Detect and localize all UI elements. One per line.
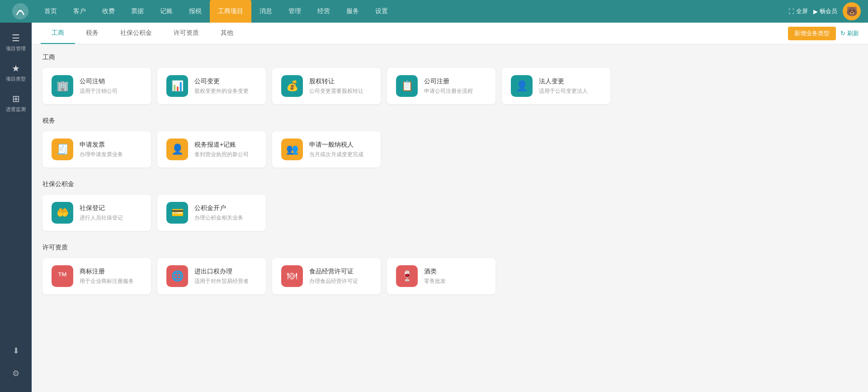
nav-item-收费[interactable]: 收费 [94,0,123,23]
card-title-1-2: 申请一般纳税人 [309,141,363,149]
nav-item-报税[interactable]: 报税 [181,0,210,23]
card-desc-3-0: 用于企业商标注册服务 [80,277,134,285]
card-icon-0-3: 📋 [396,75,418,97]
card-icon-3-0: ™ [52,265,73,287]
card-info-1-0: 申请发票办理申请发票业务 [80,141,123,158]
service-card-3-3[interactable]: 🍷酒类零售批发 [387,258,495,294]
sidebar-item-0[interactable]: ☰项目管理 [0,27,32,57]
tab-actions: 新增业务类型 ↻ 刷新 [788,27,859,40]
sidebar-label-2: 进度监测 [6,106,26,113]
card-info-0-0: 公司注销适用于注销公司 [80,77,118,95]
card-icon-0-1: 📊 [166,75,188,97]
nav-item-消息[interactable]: 消息 [251,0,280,23]
service-card-3-1[interactable]: 🌐进出口权办理适用于对外贸易经营者 [157,258,266,294]
nav-item-记账[interactable]: 记账 [152,0,181,23]
nav-item-设置[interactable]: 设置 [367,0,396,23]
nav-item-客户[interactable]: 客户 [65,0,94,23]
content-area: 工商税务社保公积金许可资质其他 新增业务类型 ↻ 刷新 工商🏢公司注销适用于注销… [32,23,868,392]
card-desc-0-1: 股权变更外的业务变更 [194,87,249,95]
service-card-0-4[interactable]: 👤法人变更适用于公司变更法人 [502,68,610,104]
fullscreen-btn[interactable]: ⛶ 全屏 [788,7,808,15]
card-icon-3-3: 🍷 [396,265,418,287]
tab-bar: 工商税务社保公积金许可资质其他 新增业务类型 ↻ 刷新 [32,23,868,44]
service-card-0-2[interactable]: 💰股权转让公司变更需要股权转让 [272,68,381,104]
card-info-3-2: 食品经营许可证办理食品经营许可证 [309,268,358,285]
card-info-0-3: 公司注册申请公司注册全流程 [424,77,473,95]
card-info-1-1: 税务报道+记账拿到营业执照的新公司 [194,141,249,158]
card-desc-1-0: 办理申请发票业务 [80,151,123,158]
sidebar-bottom: ⬇⚙ [0,341,32,392]
section-title-3: 许可资质 [42,244,857,252]
fullscreen-label: 全屏 [796,7,808,15]
card-info-3-0: 商标注册用于企业商标注册服务 [80,268,134,285]
card-title-3-1: 进出口权办理 [194,268,249,276]
service-card-2-1[interactable]: 💳公积金开户办理公积金相关业务 [157,195,266,231]
nav-item-服务[interactable]: 服务 [338,0,367,23]
tab-社保公积金[interactable]: 社保公积金 [109,23,163,44]
card-icon-0-0: 🏢 [52,75,73,97]
service-card-3-0[interactable]: ™商标注册用于企业商标注册服务 [42,258,151,294]
refresh-button[interactable]: ↻ 刷新 [840,29,859,38]
sidebar-icon-2: ⊞ [12,93,20,104]
nav-item-工商项目[interactable]: 工商项目 [210,0,251,23]
card-desc-3-2: 办理食品经营许可证 [309,277,358,285]
new-type-button[interactable]: 新增业务类型 [788,27,836,40]
card-icon-2-0: 🤲 [52,202,73,224]
logo-icon [12,3,28,19]
card-info-0-1: 公司变更股权变更外的业务变更 [194,77,249,95]
service-card-1-0[interactable]: 🧾申请发票办理申请发票业务 [42,131,151,167]
sidebar-bottom-item-1[interactable]: ⚙ [0,364,32,383]
nav-item-经营[interactable]: 经营 [309,0,338,23]
service-card-1-1[interactable]: 👤税务报道+记账拿到营业执照的新公司 [157,131,266,167]
card-title-0-3: 公司注册 [424,77,473,86]
tab-工商[interactable]: 工商 [41,23,75,44]
sidebar-label-1: 项目类型 [6,76,26,82]
vip-label: 畅会员 [820,7,837,15]
card-info-3-3: 酒类零售批发 [424,268,446,285]
sidebar-item-2[interactable]: ⊞进度监测 [0,88,32,118]
card-info-2-0: 社保登记进行人员社保登记 [80,204,123,222]
card-title-0-0: 公司注销 [80,77,118,86]
section-title-1: 税务 [42,117,857,125]
service-card-2-0[interactable]: 🤲社保登记进行人员社保登记 [42,195,151,231]
card-title-0-1: 公司变更 [194,77,249,86]
tab-其他[interactable]: 其他 [210,23,244,44]
service-card-0-3[interactable]: 📋公司注册申请公司注册全流程 [387,68,495,104]
sidebar-bottom-item-0[interactable]: ⬇ [0,341,32,360]
nav-item-首页[interactable]: 首页 [36,0,65,23]
nav-right: ⛶ 全屏 ▶ 畅会员 🐻 [788,2,868,20]
sidebar: ☰项目管理★项目类型⊞进度监测 ⬇⚙ [0,23,32,392]
sidebar-icon-1: ★ [12,63,20,74]
card-info-2-1: 公积金开户办理公积金相关业务 [194,204,243,222]
mascot-icon: 🐻 [843,2,861,20]
sidebar-icon-0: ☰ [12,33,20,43]
service-card-3-2[interactable]: 🍽食品经营许可证办理食品经营许可证 [272,258,381,294]
service-card-1-2[interactable]: 👥申请一般纳税人当月或次月成变更完成 [272,131,381,167]
card-icon-3-2: 🍽 [281,265,303,287]
card-desc-1-1: 拿到营业执照的新公司 [194,151,249,158]
nav-item-票据[interactable]: 票据 [123,0,152,23]
sidebar-item-1[interactable]: ★项目类型 [0,57,32,88]
main-content[interactable]: 工商🏢公司注销适用于注销公司📊公司变更股权变更外的业务变更💰股权转让公司变更需要… [32,44,868,392]
refresh-label: 刷新 [847,29,859,38]
card-icon-1-1: 👤 [166,139,188,160]
card-info-0-4: 法人变更适用于公司变更法人 [539,77,588,95]
top-navigation: 首页客户收费票据记账报税工商项目消息管理经营服务设置 ⛶ 全屏 ▶ 畅会员 🐻 [0,0,868,23]
tab-许可资质[interactable]: 许可资质 [163,23,210,44]
service-card-0-1[interactable]: 📊公司变更股权变更外的业务变更 [157,68,266,104]
vip-btn[interactable]: ▶ 畅会员 [813,7,837,15]
tab-税务[interactable]: 税务 [75,23,109,44]
card-desc-0-2: 公司变更需要股权转让 [309,87,363,95]
card-title-3-0: 商标注册 [80,268,134,276]
card-icon-3-1: 🌐 [166,265,188,287]
card-desc-3-3: 零售批发 [424,277,446,285]
card-title-3-3: 酒类 [424,268,446,276]
nav-item-管理[interactable]: 管理 [280,0,309,23]
card-title-1-0: 申请发票 [80,141,123,149]
card-desc-3-1: 适用于对外贸易经营者 [194,277,249,285]
section-title-2: 社保公积金 [42,180,857,188]
card-icon-0-2: 💰 [281,75,303,97]
card-title-3-2: 食品经营许可证 [309,268,358,276]
card-icon-2-1: 💳 [166,202,188,224]
service-card-0-0[interactable]: 🏢公司注销适用于注销公司 [42,68,151,104]
